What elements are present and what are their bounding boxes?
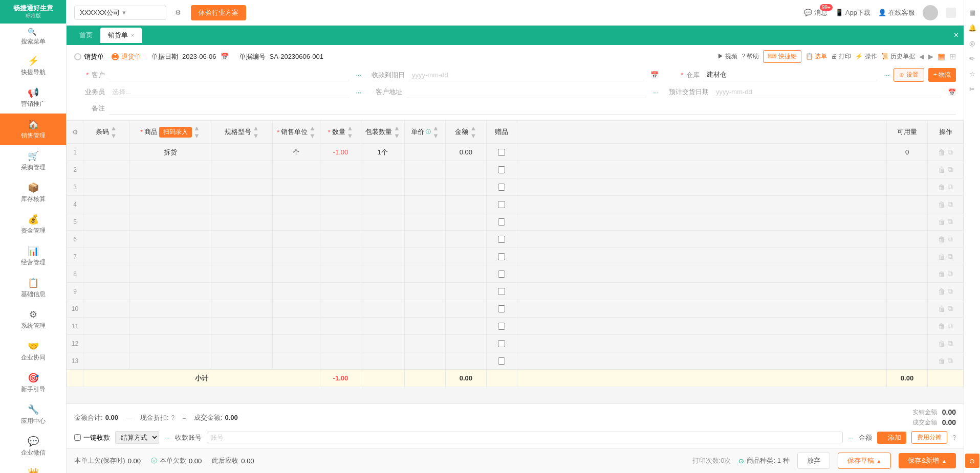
salesperson-input[interactable] <box>109 86 349 98</box>
settlement-select[interactable]: 结算方式 <box>115 431 159 444</box>
toolbar-print-btn[interactable]: 🖨 打印 <box>831 52 851 61</box>
account-input[interactable] <box>207 432 843 443</box>
calendar-icon[interactable]: 📅 <box>221 53 229 60</box>
logistics-button[interactable]: + 物流 <box>928 68 956 82</box>
toolbar-help-btn[interactable]: ? 帮助 <box>742 52 759 61</box>
toolbar-shortcut-btn[interactable]: ⌨ 快捷键 <box>763 50 801 63</box>
copy-row-icon[interactable]: ⧉ <box>948 356 953 365</box>
app-download-button[interactable]: 📱 App下载 <box>835 8 870 17</box>
delete-row-icon[interactable]: 🗑 <box>938 340 945 348</box>
save-draft-button[interactable]: 保存草稿 ▲ <box>838 453 891 469</box>
copy-row-icon[interactable]: ⧉ <box>948 322 953 330</box>
delete-row-icon[interactable]: 🗑 <box>938 287 945 296</box>
id-value[interactable]: SA-20230606-001 <box>270 53 324 60</box>
user-avatar-2[interactable] <box>946 8 956 18</box>
tabbar-close-icon[interactable]: × <box>954 31 959 40</box>
right-panel-edit-btn[interactable]: ✏ <box>965 51 979 65</box>
warehouse-more-icon[interactable]: ··· <box>884 71 889 79</box>
right-panel-cut-btn[interactable]: ✂ <box>965 82 979 96</box>
customer-addr-input[interactable] <box>406 86 646 98</box>
delete-row-icon[interactable]: 🗑 <box>938 200 945 209</box>
copy-row-icon[interactable]: ⧉ <box>948 252 953 261</box>
message-button[interactable]: 💬 消息 99+ <box>804 8 827 17</box>
copy-row-icon[interactable]: ⧉ <box>948 148 953 156</box>
toolbar-select-btn[interactable]: 📋 选单 <box>805 52 827 61</box>
sidebar-item-sales[interactable]: 🏠 销售管理 <box>0 114 66 145</box>
save-new-button[interactable]: 保存&新增 ▲ <box>899 453 956 468</box>
return-order-radio[interactable]: 退货单 <box>112 52 141 61</box>
amount-cell[interactable]: 0.00 <box>445 144 486 161</box>
copy-row-icon[interactable]: ⧉ <box>948 339 953 348</box>
copy-row-icon[interactable]: ⧉ <box>948 200 953 209</box>
tab-sales-order[interactable]: 销货单 × <box>100 28 142 43</box>
expected-date-input[interactable] <box>713 86 941 98</box>
delete-row-icon[interactable]: 🗑 <box>938 235 945 243</box>
sidebar-item-system[interactable]: ⚙ 系统管理 <box>0 304 66 335</box>
delete-row-icon[interactable]: 🗑 <box>938 305 945 313</box>
remarks-input[interactable] <box>109 102 956 115</box>
toolbar-next-icon[interactable]: ▶ <box>928 53 933 60</box>
copy-row-icon[interactable]: ⧉ <box>948 269 953 278</box>
right-panel-bell-btn[interactable]: 🔔 <box>965 20 979 35</box>
toolbar-video-btn[interactable]: ▶ 视频 <box>717 52 737 61</box>
barcode-cell[interactable] <box>83 144 129 161</box>
sidebar-item-finance[interactable]: 💰 资金管理 <box>0 209 66 240</box>
fee-help-icon[interactable]: ? <box>952 434 956 441</box>
copy-row-icon[interactable]: ⧉ <box>948 235 953 243</box>
copy-row-icon[interactable]: ⧉ <box>948 217 953 226</box>
one-click-checkbox[interactable] <box>74 434 81 441</box>
add-payment-button[interactable]: ● 添加 <box>877 432 906 444</box>
tab-close-icon[interactable]: × <box>131 32 134 38</box>
salesperson-more-icon[interactable]: ··· <box>356 88 361 96</box>
product-cell[interactable]: 拆货 <box>129 144 211 161</box>
right-panel-grid-btn[interactable]: ▦ <box>965 5 979 19</box>
scan-button[interactable]: 扫码录入 <box>159 127 192 138</box>
sidebar-item-quick-nav[interactable]: ⚡ 快捷导航 <box>0 50 66 82</box>
online-service-button[interactable]: 👤 在线客服 <box>878 8 915 17</box>
right-panel-star-btn[interactable]: ☆ <box>965 66 979 81</box>
pkgqty-cell[interactable]: 1个 <box>361 144 404 161</box>
sidebar-item-purchase[interactable]: 🛒 采购管理 <box>0 145 66 177</box>
customer-more-icon[interactable]: ··· <box>356 71 361 79</box>
right-panel-target-btn[interactable]: ◎ <box>965 36 979 50</box>
date-value[interactable]: 2023-06-06 <box>182 53 216 60</box>
remark-cell[interactable] <box>517 144 886 161</box>
setting-button[interactable]: ⊙ 设置 <box>894 68 924 82</box>
sidebar-item-appstore[interactable]: 🔧 应用中心 <box>0 399 66 431</box>
gift-cell[interactable] <box>486 144 517 161</box>
expected-date-calendar-icon[interactable]: 📅 <box>948 88 956 96</box>
delete-row-icon[interactable]: 🗑 <box>938 218 945 226</box>
sidebar-item-member[interactable]: 👑 畅会员 <box>0 462 66 473</box>
delete-row-icon[interactable]: 🗑 <box>938 166 945 174</box>
sidebar-item-marketing[interactable]: 📢 营销推广 <box>0 82 66 114</box>
delete-row-icon[interactable]: 🗑 <box>938 322 945 330</box>
sidebar-item-wechat[interactable]: 💬 企业微信 <box>0 431 66 462</box>
delete-row-icon[interactable]: 🗑 <box>938 357 945 365</box>
toolbar-prev-icon[interactable]: ◀ <box>919 53 924 60</box>
receivable-date-input[interactable] <box>409 69 644 81</box>
discard-button[interactable]: 放弃 <box>797 453 830 469</box>
unit-cell[interactable]: 个 <box>273 144 320 161</box>
copy-row-icon[interactable]: ⧉ <box>948 165 953 174</box>
product-type-radio[interactable]: ⊙ <box>738 457 744 465</box>
th-settings[interactable]: ⚙ <box>67 121 83 144</box>
fee-allocation-button[interactable]: 费用分摊 <box>911 431 947 444</box>
sidebar-item-search[interactable]: 🔍 搜索菜单 <box>0 24 66 50</box>
qty-cell[interactable]: -1.00 <box>320 144 361 161</box>
delete-row-icon[interactable]: 🗑 <box>938 270 945 278</box>
delete-row-icon[interactable]: 🗑 <box>938 253 945 261</box>
sales-order-radio[interactable]: 销货单 <box>74 52 104 61</box>
right-panel-orange-btn[interactable]: ⊙ <box>965 454 979 468</box>
trial-button[interactable]: 体验行业方案 <box>191 5 246 20</box>
settlement-more-icon[interactable]: ··· <box>164 434 170 441</box>
settings-gear-button[interactable]: ⚙ <box>170 5 186 20</box>
sidebar-item-basic[interactable]: 📋 基础信息 <box>0 272 66 304</box>
tab-home[interactable]: 首页 <box>72 28 100 43</box>
customer-input[interactable] <box>109 69 349 81</box>
discount-help-icon[interactable]: ? <box>171 414 175 421</box>
sidebar-item-inventory[interactable]: 📦 库存核算 <box>0 177 66 209</box>
sidebar-item-operation[interactable]: 📊 经营管理 <box>0 240 66 272</box>
toolbar-operation-btn[interactable]: ⚡ 操作 <box>855 52 877 61</box>
delete-row-icon[interactable]: 🗑 <box>938 148 945 156</box>
copy-row-icon[interactable]: ⧉ <box>948 304 953 313</box>
